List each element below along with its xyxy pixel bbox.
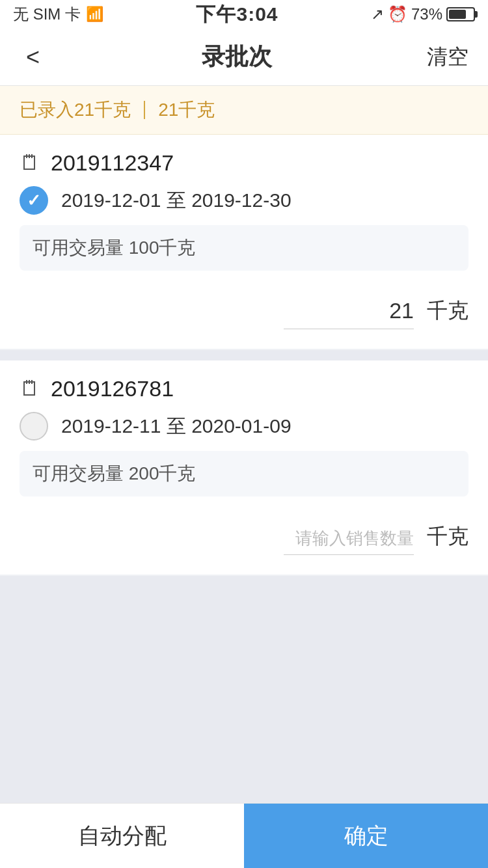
input-row-2: 千克 bbox=[0, 512, 488, 575]
info-divider bbox=[144, 101, 145, 119]
recorded-value: 21千克 bbox=[158, 98, 215, 122]
batch-date-2: 2019-12-11 至 2020-01-09 bbox=[61, 413, 291, 440]
nav-bar: < 录批次 清空 bbox=[0, 29, 488, 86]
batch-number-1: 2019112347 bbox=[51, 150, 174, 176]
radio-1[interactable] bbox=[20, 186, 48, 215]
battery-percent: 73% bbox=[411, 5, 442, 23]
unit-label-1: 千克 bbox=[427, 297, 468, 325]
input-row-1: 千克 bbox=[0, 286, 488, 349]
radio-2[interactable] bbox=[20, 412, 48, 441]
recorded-label: 已录入21千克 bbox=[20, 98, 131, 122]
battery-icon bbox=[446, 7, 475, 21]
unit-label-2: 千克 bbox=[427, 522, 468, 551]
wifi-icon: 📶 bbox=[86, 6, 103, 23]
no-sim-label: 无 SIM 卡 bbox=[13, 4, 81, 25]
batch-date-1: 2019-12-01 至 2019-12-30 bbox=[61, 187, 291, 214]
batch-number-2: 2019126781 bbox=[51, 376, 174, 401]
back-button[interactable]: < bbox=[20, 37, 46, 77]
batch-availability-1: 可用交易量 100千克 bbox=[20, 225, 468, 271]
info-banner: 已录入21千克 21千克 bbox=[0, 86, 488, 135]
batch-date-row-2[interactable]: 2019-12-11 至 2020-01-09 bbox=[0, 408, 488, 444]
batch-availability-2: 可用交易量 200千克 bbox=[20, 451, 468, 496]
section-divider bbox=[0, 350, 488, 360]
location-icon: ↗ bbox=[371, 5, 384, 23]
batch-item-1: 🗒 2019112347 2019-12-01 至 2019-12-30 可用交… bbox=[0, 135, 488, 349]
batch-doc-icon-2: 🗒 bbox=[20, 377, 40, 401]
confirm-button[interactable]: 确定 bbox=[244, 804, 488, 868]
page-title: 录批次 bbox=[202, 41, 272, 73]
clear-button[interactable]: 清空 bbox=[427, 43, 468, 72]
empty-area bbox=[0, 576, 488, 836]
batch-doc-icon-1: 🗒 bbox=[20, 151, 40, 175]
auto-distribute-button[interactable]: 自动分配 bbox=[0, 804, 244, 868]
quantity-input-2[interactable] bbox=[284, 519, 414, 555]
status-time: 下午3:04 bbox=[196, 1, 278, 28]
alarm-icon: ⏰ bbox=[388, 5, 407, 23]
status-bar: 无 SIM 卡 📶 下午3:04 ↗ ⏰ 73% bbox=[0, 0, 488, 29]
bottom-bar: 自动分配 确定 bbox=[0, 803, 488, 868]
batch-header-2: 🗒 2019126781 bbox=[0, 360, 488, 408]
quantity-input-1[interactable] bbox=[284, 293, 414, 329]
status-right: ↗ ⏰ 73% bbox=[371, 5, 475, 23]
status-left: 无 SIM 卡 📶 bbox=[13, 4, 103, 25]
batch-item-2: 🗒 2019126781 2019-12-11 至 2020-01-09 可用交… bbox=[0, 360, 488, 575]
batch-date-row-1[interactable]: 2019-12-01 至 2019-12-30 bbox=[0, 182, 488, 219]
batch-header-1: 🗒 2019112347 bbox=[0, 135, 488, 182]
